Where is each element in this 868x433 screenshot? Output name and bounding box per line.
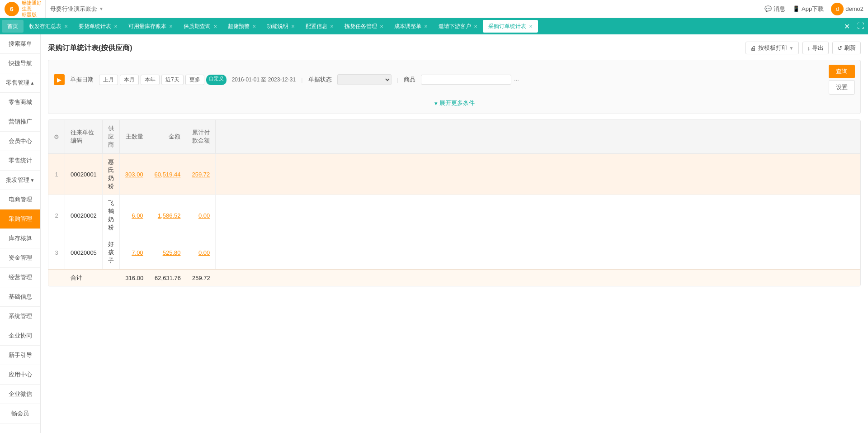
sidebar-item-wholesale[interactable]: 批发管理 ▼ — [0, 171, 40, 190]
sidebar-item-label: 资金管理 — [9, 254, 32, 261]
sidebar-item-newguide[interactable]: 新手引导 — [0, 346, 40, 365]
tab-close-icon[interactable]: ✕ — [114, 24, 118, 29]
message-btn[interactable]: 💬 消息 — [764, 5, 785, 13]
td-quantity[interactable]: 303.00 — [119, 154, 149, 195]
tab-close-icon[interactable]: ✕ — [169, 24, 173, 29]
td-footer-paid: 259.72 — [186, 269, 216, 286]
sidebar-item-retail-mgmt[interactable]: 零售管理 ▲ — [0, 73, 40, 93]
export-button[interactable]: ↓ 导出 — [802, 42, 829, 54]
table-header-row: ⚙ 往来单位编码 供应商 主数量 金额 累计付款金额 — [48, 120, 860, 154]
settings-button[interactable]: 设置 — [829, 80, 855, 95]
filter-toggle[interactable]: ▶ — [54, 74, 65, 85]
sidebar-item-label: 库存核算 — [9, 235, 32, 242]
tab-yaohuo[interactable]: 要货单统计表 ✕ — [73, 20, 123, 33]
export-icon: ↓ — [807, 45, 811, 52]
tab-label: 要货单统计表 — [79, 23, 111, 30]
td-supplier: 飞鹤奶粉 — [102, 195, 119, 236]
td-paid[interactable]: 0.00 — [186, 195, 216, 236]
sidebar-item-system[interactable]: 系统管理 — [0, 307, 40, 326]
filter-7days[interactable]: 近7天 — [161, 75, 184, 85]
top-bar: 6 畅捷通好生意 标题版 母婴行业演示账套 ▼ 💬 消息 📱 App下载 d d… — [0, 0, 868, 18]
app-download-btn[interactable]: 📱 App下载 — [793, 5, 824, 13]
tab-yaoqing[interactable]: 邀请下游客户 ✕ — [433, 20, 483, 33]
td-amount[interactable]: 60,519.44 — [149, 154, 186, 195]
filter-this-month[interactable]: 本月 — [120, 75, 139, 85]
th-paid: 累计付款金额 — [186, 120, 216, 154]
sidebar-item-operation[interactable]: 经营管理 — [0, 268, 40, 287]
tab-close-icon[interactable]: ✕ — [213, 24, 217, 29]
sidebar-item-collab[interactable]: 企业协同 — [0, 326, 40, 346]
sidebar-item-appcenter[interactable]: 应用中心 — [0, 365, 40, 385]
filter-more-time[interactable]: 更多 — [185, 75, 204, 85]
tab-label: 保质期查询 — [184, 23, 211, 30]
sidebar-item-label: 批发管理 — [6, 176, 29, 184]
table-row: 3 00020005 好孩子 7.00 525.80 0.00 — [48, 236, 860, 270]
tab-chenben[interactable]: 成本调整单 ✕ — [389, 20, 433, 33]
sidebar-item-retail-stats[interactable]: 零售统计 — [0, 151, 40, 171]
sidebar-item-label: 企业协同 — [9, 332, 32, 339]
tab-close-icon[interactable]: ✕ — [474, 24, 477, 29]
tab-close-icon[interactable]: ✕ — [291, 24, 295, 29]
sidebar-item-quicknav[interactable]: 快捷导航 — [0, 54, 40, 73]
sidebar: 搜索菜单 快捷导航 零售管理 ▲ 零售商城 营销推广 会员中心 零售统计 批发管… — [0, 34, 41, 433]
table-footer-row: 合计 316.00 62,631.76 259.72 — [48, 269, 860, 286]
data-table-wrapper: ⚙ 往来单位编码 供应商 主数量 金额 累计付款金额 1 — [48, 119, 861, 286]
expand-more-button[interactable]: ▾ 展开更多条件 — [429, 97, 480, 109]
sidebar-item-basic-info[interactable]: 基础信息 — [0, 287, 40, 307]
separator2: | — [397, 76, 398, 83]
sidebar-item-search[interactable]: 搜索菜单 — [0, 34, 40, 54]
tab-gongneng[interactable]: 功能说明 ✕ — [261, 20, 300, 33]
td-amount[interactable]: 525.80 — [149, 236, 186, 270]
tab-shoufacun[interactable]: 收发存汇总表 ✕ — [24, 20, 73, 33]
tab-keyongliang[interactable]: 可用量库存账本 ✕ — [123, 20, 178, 33]
sidebar-item-retail-shop[interactable]: 零售商城 — [0, 93, 40, 112]
sidebar-item-purchase[interactable]: 采购管理 — [0, 209, 40, 229]
nav-close-btn[interactable]: ✕ — [842, 22, 852, 31]
filter-last-month[interactable]: 上月 — [99, 75, 118, 85]
td-quantity[interactable]: 7.00 — [119, 236, 149, 270]
goods-input[interactable] — [421, 75, 511, 85]
ellipsis-icon[interactable]: ··· — [514, 76, 519, 83]
sidebar-item-member2[interactable]: 畅会员 — [0, 404, 40, 423]
td-amount[interactable]: 1,586.52 — [149, 195, 186, 236]
page-title: 采购订单统计表(按供应商) — [48, 43, 132, 53]
sidebar-item-label: 新手引导 — [9, 352, 32, 358]
sidebar-item-label: 基础信息 — [9, 293, 32, 300]
refresh-button[interactable]: ↺ 刷新 — [832, 42, 861, 54]
tab-caigou[interactable]: 采购订单统计表 ✕ — [483, 20, 538, 33]
print-button[interactable]: 🖨 按模板打印 ▼ — [745, 42, 799, 54]
status-select[interactable] — [337, 74, 392, 85]
chevron-down-icon: ▾ — [434, 100, 438, 107]
sidebar-item-member[interactable]: 会员中心 — [0, 132, 40, 151]
tab-chaochuyujing[interactable]: 超储预警 ✕ — [222, 20, 261, 33]
workspace-selector[interactable]: 母婴行业演示账套 ▼ — [45, 0, 764, 18]
tab-label: 邀请下游客户 — [439, 23, 471, 30]
gear-icon[interactable]: ⚙ — [54, 133, 59, 140]
sidebar-item-finance[interactable]: 资金管理 — [0, 248, 40, 268]
tab-peizhi[interactable]: 配置信息 ✕ — [300, 20, 339, 33]
sidebar-item-marketing[interactable]: 营销推广 — [0, 112, 40, 132]
user-profile[interactable]: d demo2 — [831, 3, 863, 15]
filter-this-year[interactable]: 本年 — [141, 75, 160, 85]
sidebar-item-wechat[interactable]: 企业微信 — [0, 385, 40, 404]
tab-close-icon[interactable]: ✕ — [380, 24, 383, 29]
sidebar-item-inventory[interactable]: 库存核算 — [0, 229, 40, 248]
tab-close-icon[interactable]: ✕ — [252, 24, 256, 29]
query-button[interactable]: 查询 — [829, 65, 855, 78]
td-paid[interactable]: 259.72 — [186, 154, 216, 195]
tab-close-icon[interactable]: ✕ — [64, 24, 68, 29]
th-code: 往来单位编码 — [65, 120, 103, 154]
table-row: 1 00020001 惠氏奶粉 303.00 60,519.44 259.72 — [48, 154, 860, 195]
tab-home[interactable]: 首页 — [2, 20, 24, 33]
tab-close-icon[interactable]: ✕ — [529, 24, 533, 29]
tab-close-icon[interactable]: ✕ — [330, 24, 334, 29]
tab-close-icon[interactable]: ✕ — [424, 24, 428, 29]
tab-baozhi[interactable]: 保质期查询 ✕ — [178, 20, 222, 33]
refresh-icon: ↺ — [837, 45, 842, 52]
td-paid[interactable]: 0.00 — [186, 236, 216, 270]
sidebar-item-label: 畅会员 — [11, 410, 29, 417]
tab-jianhuo[interactable]: 拣货任务管理 ✕ — [339, 20, 389, 33]
td-quantity[interactable]: 6.00 — [119, 195, 149, 236]
sidebar-item-ecommerce[interactable]: 电商管理 — [0, 190, 40, 209]
nav-expand-btn[interactable]: ⛶ — [855, 22, 866, 30]
